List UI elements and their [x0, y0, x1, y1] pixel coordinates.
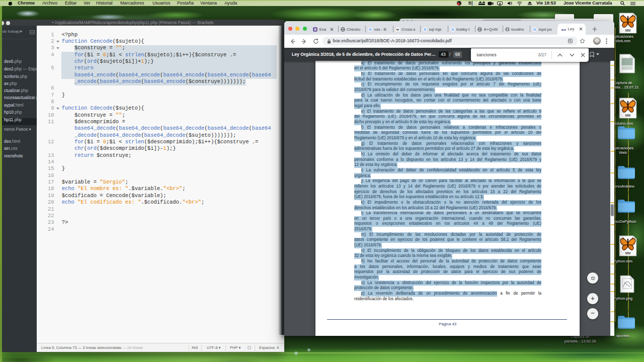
svg-text:MM: MM — [625, 251, 631, 255]
svg-text:W: W — [396, 27, 399, 31]
svg-text:MM: MM — [625, 114, 631, 117]
svg-text:MM: MM — [625, 29, 631, 32]
svg-text:B: B — [314, 28, 316, 31]
svg-text:G: G — [451, 27, 453, 31]
svg-text:G: G — [369, 27, 371, 31]
svg-text:G: G — [424, 27, 426, 31]
svg-text:BOE: BOE — [561, 28, 566, 31]
svg-text:G: G — [533, 27, 536, 31]
